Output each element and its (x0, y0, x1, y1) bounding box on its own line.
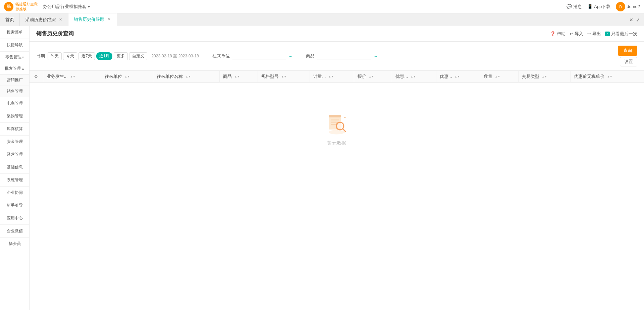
col-partner-code: 往来单位 ▲▼ (101, 71, 153, 83)
user-menu[interactable]: D demo2 (616, 2, 640, 11)
sidebar-item-search-menu[interactable]: 搜索菜单 (0, 26, 29, 39)
sidebar-item-quick-nav[interactable]: 快捷导航 (0, 39, 29, 52)
sort-arrows-biz-date[interactable]: ▲▼ (70, 75, 75, 78)
content-area: 销售历史价查询 ❓ 帮助 ↩ 导入 ↪ 导出 ✓ 只看最后一次 (30, 26, 644, 310)
col-discount2: 优惠... ▲▼ (436, 71, 480, 83)
date-btn-last1month[interactable]: 近1月 (96, 52, 113, 60)
sort-arrows-product[interactable]: ▲▼ (234, 75, 240, 78)
sidebar-item-inventory-check[interactable]: 库存核算 (0, 123, 29, 136)
svg-point-0 (329, 130, 345, 135)
sidebar-item-operations-mgmt[interactable]: 经营管理 (0, 148, 29, 161)
help-button[interactable]: ❓ 帮助 (550, 31, 566, 37)
tab-home[interactable]: 首页 (0, 13, 20, 26)
empty-state-cell: ✦ 暂元数据 (30, 83, 644, 173)
logo-area: 畅 畅捷通好生意 标准版 (4, 2, 38, 11)
date-btn-last7days[interactable]: 近7天 (78, 52, 95, 60)
data-table: ⚙ 业务发生... ▲▼ 往来单位 ▲▼ 往来单位名称 ▲▼ (30, 71, 644, 173)
product-filter-group: 商品 ··· (306, 53, 377, 59)
col-trade-type: 交易类型 ▲▼ (518, 71, 571, 83)
sidebar-item-marketing[interactable]: 营销推广 (0, 74, 29, 86)
enterprise-wechat-label: 企业微信 (7, 228, 23, 234)
sort-arrows-trade-type[interactable]: ▲▼ (542, 75, 547, 78)
settings-button[interactable]: 设置 (620, 57, 637, 66)
product-filter-input[interactable] (317, 53, 371, 59)
only-last-checkbox[interactable]: ✓ 只看最后一次 (605, 31, 637, 37)
sort-arrows-quote[interactable]: ▲▼ (369, 75, 374, 78)
message-button[interactable]: 💬 消息 (567, 4, 582, 10)
sort-arrows-pre-discount-price[interactable]: ▲▼ (607, 75, 612, 78)
home-tab-label: 首页 (5, 17, 14, 23)
sort-arrows-spec[interactable]: ▲▼ (281, 75, 286, 78)
app-center-label: 应用中心 (7, 215, 23, 221)
sort-arrows-partner-code[interactable]: ▲▼ (124, 75, 130, 78)
product-filter-dots[interactable]: ··· (374, 54, 377, 59)
date-filter-group: 日期 昨天 今天 近7天 近1月 更多 自定义 2023-02-18 至 202… (36, 52, 199, 60)
sidebar-item-finance-mgmt[interactable]: 资金管理 (0, 136, 29, 148)
sidebar-item-enterprise-wechat[interactable]: 企业微信 (0, 225, 29, 238)
col-quote: 报价 ▲▼ (354, 71, 392, 83)
col-spec: 规格型号 ▲▼ (258, 71, 310, 83)
export-button[interactable]: ↪ 导出 (587, 31, 601, 37)
sidebar-item-vip-member[interactable]: 畅会员 (0, 238, 29, 250)
sales-history-tab-close[interactable]: ✕ (107, 16, 111, 22)
table-header: ⚙ 业务发生... ▲▼ 往来单位 ▲▼ 往来单位名称 ▲▼ (30, 71, 644, 83)
col-pre-discount-price: 优惠前无税单价 ▲▼ (571, 71, 644, 83)
table-area: ⚙ 业务发生... ▲▼ 往来单位 ▲▼ 往来单位名称 ▲▼ (30, 71, 644, 310)
sales-history-tab-label: 销售历史价跟踪 (74, 16, 104, 22)
sort-arrows-partner-name[interactable]: ▲▼ (185, 75, 191, 78)
sidebar-item-enterprise-collab[interactable]: 企业协同 (0, 187, 29, 199)
top-bar-left: 畅 畅捷通好生意 标准版 办公用品行业模拟账套 ▾ (4, 2, 93, 11)
tab-purchase-history[interactable]: 采购历史价跟踪 ✕ (20, 13, 68, 26)
vip-member-label: 畅会员 (9, 241, 21, 247)
table-settings-gear[interactable]: ⚙ (34, 74, 38, 79)
col-discount1: 优惠... ▲▼ (392, 71, 436, 83)
inventory-check-label: 库存核算 (7, 126, 23, 132)
partner-filter-dots[interactable]: ··· (289, 54, 292, 59)
app-download-button[interactable]: 📱 App下载 (587, 4, 610, 10)
sidebar-item-new-user-guide[interactable]: 新手引导 (0, 199, 29, 212)
col-unit: 计量... ▲▼ (310, 71, 354, 83)
date-btn-today[interactable]: 今天 (63, 52, 77, 60)
workspace-selector[interactable]: 办公用品行业模拟账套 ▾ (40, 2, 93, 11)
svg-rect-4 (331, 122, 337, 122)
tab-sales-history[interactable]: 销售历史价跟踪 ✕ (68, 13, 117, 26)
search-button[interactable]: 查询 (618, 46, 637, 56)
col-settings: ⚙ (30, 71, 43, 83)
empty-state-row: ✦ 暂元数据 (30, 83, 644, 173)
sidebar-item-ecommerce-mgmt[interactable]: 电商管理 (0, 97, 29, 110)
top-bar: 畅 畅捷通好生意 标准版 办公用品行业模拟账套 ▾ 💬 消息 📱 App下载 D… (0, 0, 644, 13)
purchase-history-tab-label: 采购历史价跟踪 (25, 17, 56, 23)
sidebar-item-wholesale-mgmt[interactable]: 批发管理 ▲ (0, 63, 29, 74)
sidebar-item-system-mgmt[interactable]: 系统管理 (0, 174, 29, 187)
page-header-actions: ❓ 帮助 ↩ 导入 ↪ 导出 ✓ 只看最后一次 (550, 31, 637, 37)
sort-arrows-discount2[interactable]: ▲▼ (454, 75, 460, 78)
sort-arrows-quantity[interactable]: ▲▼ (495, 75, 500, 78)
sort-arrows-unit[interactable]: ▲▼ (328, 75, 334, 78)
sidebar-item-app-center[interactable]: 应用中心 (0, 212, 29, 225)
sidebar-item-basic-info[interactable]: 基础信息 (0, 161, 29, 174)
export-icon: ↪ (587, 31, 591, 36)
retail-mgmt-label: 零售管理 (5, 54, 21, 60)
date-btn-yesterday[interactable]: 昨天 (48, 52, 62, 60)
sidebar-item-purchase-mgmt[interactable]: 采购管理 (0, 110, 29, 123)
partner-filter-input[interactable] (232, 53, 286, 59)
sidebar-item-retail-mgmt[interactable]: 零售管理 ▾ (0, 52, 29, 63)
date-btn-more[interactable]: 更多 (114, 52, 128, 60)
svg-rect-3 (331, 119, 339, 120)
date-btn-custom[interactable]: 自定义 (129, 52, 147, 60)
sidebar: 搜索菜单 快捷导航 零售管理 ▾ 批发管理 ▲ 营销推广 销售管理 电商管理 采… (0, 26, 30, 310)
maximize-button[interactable]: ⤢ (636, 17, 640, 22)
sales-mgmt-label: 销售管理 (7, 89, 23, 94)
system-mgmt-label: 系统管理 (7, 177, 23, 183)
search-menu-label: 搜索菜单 (7, 30, 23, 35)
close-tab-button[interactable]: ✕ (629, 17, 633, 22)
sidebar-item-sales-mgmt[interactable]: 销售管理 (0, 86, 29, 97)
help-icon: ❓ (550, 31, 555, 36)
purchase-history-tab-close[interactable]: ✕ (58, 17, 63, 22)
col-product: 商品 ▲▼ (220, 71, 258, 83)
import-button[interactable]: ↩ 导入 (570, 31, 583, 37)
ecommerce-mgmt-label: 电商管理 (7, 101, 23, 106)
sort-arrows-discount1[interactable]: ▲▼ (411, 75, 416, 78)
marketing-label: 营销推广 (7, 78, 23, 82)
operations-mgmt-label: 经营管理 (7, 152, 23, 157)
